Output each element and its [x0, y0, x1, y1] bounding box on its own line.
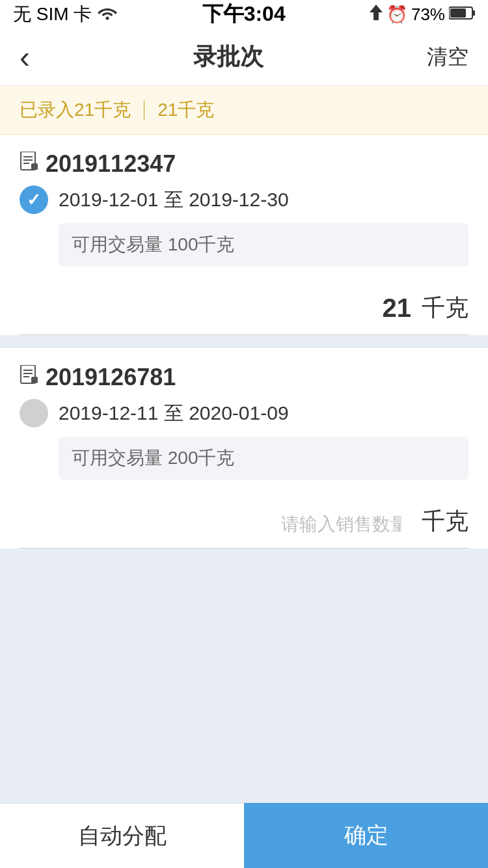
batch-checkbox-1[interactable]: ✓	[20, 185, 48, 214]
batch-input-area-1: 21 千克	[0, 282, 488, 335]
batch-doc-icon-1	[20, 152, 39, 176]
batch-number-2: 2019126781	[46, 364, 176, 391]
qty-input-2[interactable]	[281, 507, 411, 536]
batch-dates-2: 2019-12-11 至 2020-01-09	[59, 400, 289, 427]
batch-dates-1: 2019-12-01 至 2019-12-30	[59, 187, 289, 213]
svg-rect-8	[31, 163, 38, 170]
summary-label: 已录入21千克	[20, 98, 131, 122]
clear-button[interactable]: 清空	[427, 43, 468, 72]
batch-available-qty-2: 可用交易量 200千克	[59, 437, 468, 480]
section-separator	[0, 335, 488, 348]
batch-input-area-2: 千克	[0, 495, 488, 549]
entered-qty-1: 21	[383, 293, 412, 323]
batch-qty-row-2: 千克	[0, 495, 488, 548]
batch-date-row-1: ✓ 2019-12-01 至 2019-12-30	[20, 185, 468, 214]
batch-checkbox-2[interactable]	[20, 399, 48, 427]
summary-value: 21千克	[157, 98, 214, 122]
batch-item-1: 2019112347 ✓ 2019-12-01 至 2019-12-30 可用交…	[0, 135, 488, 282]
svg-rect-13	[31, 377, 38, 383]
bottom-space	[0, 549, 488, 809]
batch-header-1: 2019112347	[20, 150, 468, 178]
alarm-icon: ⏰	[386, 5, 407, 25]
unit-label-1: 千克	[422, 292, 468, 324]
confirm-button[interactable]: 确定	[244, 803, 488, 868]
carrier-text: 无 SIM 卡	[13, 2, 92, 27]
summary-bar: 已录入21千克 21千克	[0, 86, 488, 135]
battery-icon	[449, 5, 475, 25]
location-icon	[370, 5, 383, 25]
batch-item-2: 2019126781 2019-12-11 至 2020-01-09 可用交易量…	[0, 348, 488, 495]
check-mark-1: ✓	[27, 190, 41, 210]
page-title: 录批次	[193, 41, 264, 73]
batch-header-2: 2019126781	[20, 364, 468, 391]
svg-rect-2	[472, 10, 475, 16]
batch-date-row-2: 2019-12-11 至 2020-01-09	[20, 399, 468, 427]
status-time: 下午3:04	[202, 0, 286, 29]
summary-divider	[144, 100, 144, 120]
status-bar: 无 SIM 卡 下午3:04 ⏰ 73%	[0, 0, 488, 29]
batch-section-2: 2019126781 2019-12-11 至 2020-01-09 可用交易量…	[0, 348, 488, 549]
back-button[interactable]: ‹	[20, 39, 30, 75]
status-carrier: 无 SIM 卡	[13, 2, 118, 27]
battery-text: 73%	[411, 5, 445, 25]
unit-label-2: 千克	[422, 506, 468, 537]
svg-point-0	[106, 17, 109, 20]
batch-number-1: 2019112347	[46, 150, 176, 178]
nav-bar: ‹ 录批次 清空	[0, 29, 488, 86]
wifi-icon	[97, 4, 118, 25]
back-icon: ‹	[20, 39, 30, 75]
batch-available-qty-1: 可用交易量 100千克	[59, 223, 468, 266]
svg-rect-3	[450, 8, 466, 18]
footer: 自动分配 确定	[0, 803, 488, 868]
page-content: 已录入21千克 21千克 2019112347	[0, 86, 488, 868]
batch-section-1: 2019112347 ✓ 2019-12-01 至 2019-12-30 可用交…	[0, 135, 488, 335]
batch-qty-row-1: 21 千克	[0, 282, 488, 334]
auto-distribute-button[interactable]: 自动分配	[0, 803, 244, 868]
batch-doc-icon-2	[20, 365, 39, 390]
status-right: ⏰ 73%	[370, 5, 475, 25]
